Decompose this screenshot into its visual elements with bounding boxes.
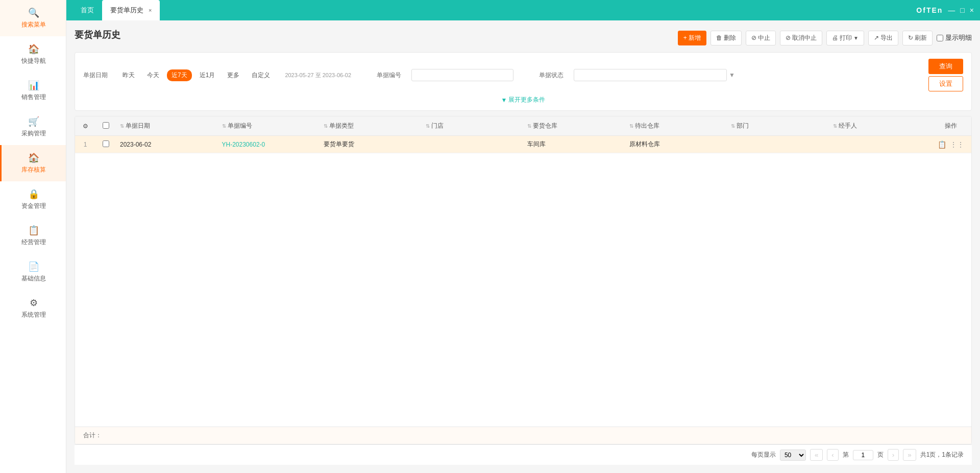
sidebar-item-sales[interactable]: 📊 销售管理 (0, 73, 66, 109)
topbar: 首页 要货单历史 × OfTEn — □ × (66, 0, 980, 20)
summary-label: 合计： (83, 431, 102, 440)
page-number-input[interactable] (853, 450, 873, 460)
select-all-checkbox[interactable] (103, 122, 109, 129)
tab-history[interactable]: 要货单历史 × (102, 0, 160, 20)
filter-dates: 昨天 今天 近7天 近1月 更多 自定义 (118, 69, 275, 81)
sidebar-item-system[interactable]: ⚙ 系统管理 (0, 290, 66, 326)
date-btn-custom[interactable]: 自定义 (247, 69, 275, 81)
status-select-wrapper: ▼ (574, 69, 913, 81)
sidebar-item-search[interactable]: 🔍 搜索菜单 (0, 0, 66, 36)
page-title: 要货单历史 (75, 29, 120, 41)
th-handler: ⇅ 经手人 (829, 116, 931, 136)
row-req-warehouse: 车间库 (523, 136, 625, 153)
th-pending-warehouse: ⇅ 待出仓库 (625, 116, 727, 136)
minimize-button[interactable]: — (948, 6, 955, 14)
filter-bar: 单据日期 昨天 今天 近7天 近1月 更多 自定义 2023-05-27 至 2… (75, 52, 972, 111)
row-bill-type: 要货单要货 (320, 136, 422, 153)
print-button[interactable]: 🖨 打印 ▼ (826, 31, 864, 45)
settings-button[interactable]: 设置 (928, 76, 963, 91)
stop-icon: ⊘ (751, 34, 756, 41)
cancel-stop-button[interactable]: ⊘ 取消中止 (780, 31, 822, 45)
new-button[interactable]: + 新增 (678, 31, 706, 45)
home-icon: 🏠 (28, 43, 39, 55)
content: 要货单历史 + 新增 🗑 删除 ⊘ 中止 ⊘ 取消中止 🖨 (66, 20, 980, 473)
export-icon: ↗ (874, 34, 879, 41)
sales-icon: 📊 (28, 80, 39, 91)
sidebar-item-basic[interactable]: 📄 基础信息 (0, 254, 66, 290)
sidebar-item-operation[interactable]: 📋 经营管理 (0, 218, 66, 254)
sort-reqwh-icon[interactable]: ⇅ (527, 123, 531, 129)
sidebar-item-purchase[interactable]: 🛒 采购管理 (0, 109, 66, 145)
filter-row: 单据日期 昨天 今天 近7天 近1月 更多 自定义 2023-05-27 至 2… (83, 59, 963, 91)
sidebar-item-inventory[interactable]: 🏠 库存核算 (0, 145, 66, 181)
finance-icon: 🔒 (28, 188, 39, 200)
status-dropdown-icon[interactable]: ▼ (729, 72, 735, 79)
date-btn-last-month[interactable]: 近1月 (195, 69, 220, 81)
row-store (422, 136, 524, 153)
row-actions: 📋 ⋮⋮ (930, 136, 971, 153)
toolbar: + 新增 🗑 删除 ⊘ 中止 ⊘ 取消中止 🖨 打印 ▼ (678, 31, 972, 45)
last-page-button[interactable]: » (903, 449, 916, 461)
status-input[interactable] (574, 69, 727, 81)
topbar-right: OfTEn — □ × (916, 6, 974, 14)
per-page-select[interactable]: 10 20 50 100 (780, 450, 806, 461)
sort-pendwh-icon[interactable]: ⇅ (629, 123, 633, 129)
bill-no-link[interactable]: YH-20230602-0 (222, 141, 265, 148)
row-num: 1 (75, 136, 95, 153)
th-store: ⇅ 门店 (422, 116, 524, 136)
th-action: 操作 (930, 116, 971, 136)
prev-page-button[interactable]: ‹ (827, 449, 838, 461)
row-edit-icon[interactable]: 📋 (938, 140, 946, 149)
delete-button[interactable]: 🗑 删除 (710, 31, 742, 45)
next-page-button[interactable]: › (888, 449, 899, 461)
th-bill-no: ⇅ 单据编号 (218, 116, 320, 136)
sort-dept-icon[interactable]: ⇅ (731, 123, 735, 129)
stop-button[interactable]: ⊘ 中止 (746, 31, 776, 45)
display-detail-toggle[interactable]: 显示明细 (937, 33, 972, 42)
export-button[interactable]: ↗ 导出 (868, 31, 898, 45)
refresh-button[interactable]: ↻ 刷新 (902, 31, 933, 45)
th-req-warehouse: ⇅ 要货仓库 (523, 116, 625, 136)
sort-store-icon[interactable]: ⇅ (426, 123, 430, 129)
query-button[interactable]: 查询 (928, 59, 963, 74)
sidebar-item-finance[interactable]: 🔒 资金管理 (0, 181, 66, 218)
row-more-icon[interactable]: ⋮⋮ (950, 140, 964, 149)
expand-icon: ▼ (501, 97, 507, 104)
date-btn-yesterday[interactable]: 昨天 (118, 69, 139, 81)
data-table: ⚙ ⇅ 单据日期 ⇅ 单据编号 ⇅ 单据类型 ⇅ 门店 ⇅ 要货仓库 ⇅ 待出仓… (75, 116, 971, 153)
status-label: 单据状态 (539, 71, 564, 80)
table-body: 1 2023-06-02 YH-20230602-0 要货单要货 车间库 原材料… (75, 136, 971, 153)
sort-billno-icon[interactable]: ⇅ (222, 123, 226, 129)
table-footer: 合计： (75, 427, 971, 444)
bill-no-input[interactable] (411, 69, 513, 81)
row-date: 2023-06-02 (116, 136, 218, 153)
sidebar-item-quicknav[interactable]: 🏠 快捷导航 (0, 36, 66, 73)
table-header: ⚙ ⇅ 单据日期 ⇅ 单据编号 ⇅ 单据类型 ⇅ 门店 ⇅ 要货仓库 ⇅ 待出仓… (75, 116, 971, 136)
th-dept: ⇅ 部门 (727, 116, 829, 136)
first-page-button[interactable]: « (810, 449, 823, 461)
maximize-button[interactable]: □ (960, 6, 964, 14)
date-btn-today[interactable]: 今天 (142, 69, 164, 81)
tab-close-icon[interactable]: × (149, 7, 152, 13)
system-icon: ⚙ (30, 297, 38, 309)
date-btn-last7days[interactable]: 近7天 (167, 69, 192, 81)
table-container: ⚙ ⇅ 单据日期 ⇅ 单据编号 ⇅ 单据类型 ⇅ 门店 ⇅ 要货仓库 ⇅ 待出仓… (75, 116, 971, 427)
refresh-icon: ↻ (908, 34, 913, 41)
print-dropdown-icon[interactable]: ▼ (853, 35, 859, 41)
page-label: 第 (843, 451, 849, 459)
date-btn-more[interactable]: 更多 (223, 69, 244, 81)
sort-handler-icon[interactable]: ⇅ (833, 123, 837, 129)
per-page-label: 每页显示 (751, 451, 776, 459)
tab-home[interactable]: 首页 (72, 0, 102, 20)
row-checkbox[interactable] (103, 140, 109, 147)
sort-type-icon[interactable]: ⇅ (324, 123, 328, 129)
th-bill-type: ⇅ 单据类型 (320, 116, 422, 136)
expand-filter-button[interactable]: ▼ 展开更多条件 (501, 96, 546, 104)
gear-icon[interactable]: ⚙ (83, 123, 88, 130)
cancel-stop-icon: ⊘ (786, 34, 791, 41)
close-button[interactable]: × (970, 6, 974, 14)
search-icon: 🔍 (28, 7, 39, 18)
pagination: 每页显示 10 20 50 100 « ‹ 第 页 › » 共1页，1条记录 (75, 444, 972, 465)
sort-date-icon[interactable]: ⇅ (120, 123, 124, 129)
display-detail-checkbox[interactable] (937, 35, 943, 41)
